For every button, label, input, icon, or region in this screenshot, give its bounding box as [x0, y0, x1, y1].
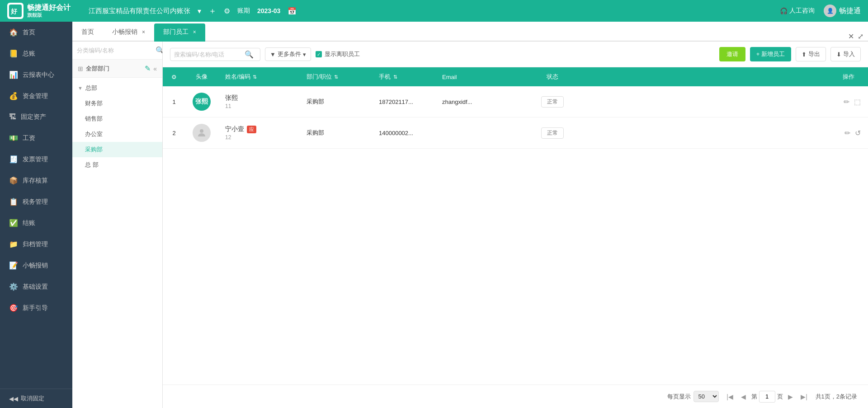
- dept-item-procurement[interactable]: 采购部: [72, 142, 162, 157]
- status-badge-1: 正常: [541, 96, 564, 108]
- row1-dept: 采购部: [299, 86, 372, 117]
- prev-page-btn[interactable]: ◀: [738, 391, 750, 403]
- dept-item-sales-label: 销售部: [85, 115, 103, 123]
- export-btn[interactable]: ⬆ 导出: [796, 47, 826, 61]
- sidebar-label-tax: 税务管理: [23, 198, 48, 206]
- sidebar-item-closing[interactable]: ✅ 结账: [0, 212, 72, 234]
- tab-expense-label: 小畅报销: [112, 28, 137, 35]
- export-label: 导出: [808, 50, 820, 58]
- row1-more-btn[interactable]: ⬚: [854, 98, 861, 106]
- sidebar-item-expense[interactable]: 📝 小畅报销: [0, 255, 72, 276]
- dept-item-general[interactable]: 总 部: [72, 157, 162, 173]
- employee-search-input[interactable]: [174, 51, 242, 58]
- dept-edit-btn[interactable]: ✎: [145, 64, 151, 73]
- sidebar-unpin-btn[interactable]: ◀◀ 取消固定: [0, 389, 72, 408]
- row2-email: [435, 117, 525, 149]
- logo-area: 好 畅捷通好会计 旗舰版: [7, 3, 80, 19]
- name-text-2: 宁小壹: [225, 125, 244, 133]
- invite-btn[interactable]: 邀请: [719, 47, 745, 61]
- calendar-icon-btn[interactable]: 📅: [288, 7, 297, 15]
- sort-phone-icon: ⇅: [393, 74, 397, 80]
- th-name[interactable]: 姓名/编码 ⇅: [218, 67, 299, 86]
- dept-collapse-btn[interactable]: «: [153, 65, 157, 72]
- last-page-btn[interactable]: ▶|: [798, 391, 810, 403]
- import-btn[interactable]: ⬇ 导入: [830, 47, 861, 61]
- sidebar-label-home: 首页: [23, 28, 35, 37]
- app-edition: 旗舰版: [27, 12, 71, 19]
- close-tab-btn[interactable]: ✕: [848, 32, 854, 41]
- dept-item-finance[interactable]: 财务部: [72, 96, 162, 111]
- tab-dept-close[interactable]: ×: [193, 29, 196, 35]
- header-settings-btn[interactable]: ⚙: [224, 7, 230, 15]
- maximize-tab-btn[interactable]: ⤢: [858, 32, 863, 41]
- sidebar-item-archive[interactable]: 📁 归档管理: [0, 234, 72, 255]
- sidebar-item-payroll[interactable]: 💵 工资: [0, 127, 72, 149]
- per-page-label: 每页显示: [667, 393, 691, 401]
- next-page-btn[interactable]: ▶: [785, 391, 797, 403]
- expense-icon: 📝: [9, 261, 18, 270]
- row2-status: 正常: [525, 117, 580, 149]
- sidebar-item-guide[interactable]: 🎯 新手引导: [0, 297, 72, 319]
- sidebar-item-ledger[interactable]: 📒 总账: [0, 43, 72, 64]
- sidebar-item-tax[interactable]: 📋 税务管理: [0, 191, 72, 212]
- import-icon: ⬇: [836, 51, 841, 58]
- th-dept[interactable]: 部门/职位 ⇅: [299, 67, 372, 86]
- add-btn[interactable]: ＋: [208, 5, 217, 16]
- sidebar-item-funds[interactable]: 💰 资金管理: [0, 85, 72, 107]
- first-page-btn[interactable]: |◀: [724, 391, 736, 403]
- row2-more-btn[interactable]: ↺: [855, 129, 861, 137]
- dept-panel: 🔍 ⊞ 全部部门 ✎ « ▼ 总部 财务部: [72, 42, 163, 408]
- app-name: 畅捷通好会计: [27, 3, 71, 12]
- tab-expense[interactable]: 小畅报销 ×: [103, 23, 154, 42]
- page-input[interactable]: [759, 391, 775, 403]
- sidebar-item-home[interactable]: 🏠 首页: [0, 22, 72, 43]
- service-btn[interactable]: 🎧 人工咨询: [780, 7, 815, 15]
- ledger-icon: 📒: [9, 49, 18, 58]
- tab-dept-employee[interactable]: 部门员工 ×: [154, 23, 205, 42]
- avatar-circle-1: 张熙: [193, 93, 211, 111]
- dept-item-sales[interactable]: 销售部: [72, 111, 162, 127]
- sidebar-item-settings[interactable]: ⚙️ 基础设置: [0, 276, 72, 297]
- sidebar-item-invoice[interactable]: 🧾 发票管理: [0, 149, 72, 170]
- sidebar-label-settings: 基础设置: [23, 283, 48, 291]
- sidebar-item-inventory[interactable]: 📦 库存核算: [0, 170, 72, 191]
- th-email: Email: [435, 67, 525, 86]
- th-settings[interactable]: ⚙: [163, 67, 185, 86]
- dept-item-headquarters[interactable]: ▼ 总部: [72, 80, 162, 96]
- left-arrows-icon: ◀◀: [9, 395, 18, 402]
- tab-bar: 首页 小畅报销 × 部门员工 × ✕ ⤢: [72, 22, 868, 42]
- tab-expense-close[interactable]: ×: [142, 29, 145, 35]
- tab-home[interactable]: 首页: [72, 23, 103, 42]
- import-label: 导入: [843, 50, 855, 58]
- dept-item-office[interactable]: 办公室: [72, 127, 162, 142]
- row1-edit-btn[interactable]: ✏: [844, 98, 849, 106]
- row2-avatar: [185, 117, 218, 149]
- fixed-assets-icon: 🏗: [9, 113, 16, 121]
- company-dropdown-btn[interactable]: ▾: [198, 7, 201, 15]
- page-size-dropdown[interactable]: 50 100 200: [693, 391, 719, 402]
- svg-text:好: 好: [10, 8, 18, 15]
- service-label: 人工咨询: [789, 7, 815, 15]
- dept-search-input[interactable]: [77, 47, 153, 54]
- name-code-1: 张熙 11: [225, 94, 292, 109]
- sidebar-item-reports[interactable]: 📊 云报表中心: [0, 64, 72, 85]
- user-area[interactable]: 👤 畅捷通: [824, 5, 861, 17]
- filter-btn[interactable]: ▼ 更多条件 ▾: [265, 47, 311, 61]
- add-employee-btn[interactable]: + 新增员工: [750, 47, 791, 61]
- row2-actions: ✏ ↺: [580, 117, 868, 149]
- row1-email: zhangxidf...: [435, 86, 525, 117]
- guide-icon: 🎯: [9, 304, 18, 312]
- sidebar-label-reports: 云报表中心: [23, 71, 54, 79]
- th-phone[interactable]: 手机 ⇅: [372, 67, 435, 86]
- total-records: 共1页，2条记录: [816, 393, 857, 401]
- header-right: 🎧 人工咨询 👤 畅捷通: [780, 5, 861, 17]
- company-name: 江西服宝精品有限责任公司内账张: [89, 7, 190, 15]
- status-badge-2: 正常: [541, 127, 564, 139]
- page-content: 🔍 ⊞ 全部部门 ✎ « ▼ 总部 财务部: [72, 42, 868, 408]
- sidebar-item-fixed-assets[interactable]: 🏗 固定资产: [0, 107, 72, 127]
- row1-index: 1: [163, 86, 185, 117]
- resigned-checkbox[interactable]: ✓: [316, 51, 322, 57]
- logo-icon: 好: [7, 3, 24, 19]
- row2-edit-btn[interactable]: ✏: [844, 129, 850, 137]
- tab-home-label: 首页: [81, 28, 94, 35]
